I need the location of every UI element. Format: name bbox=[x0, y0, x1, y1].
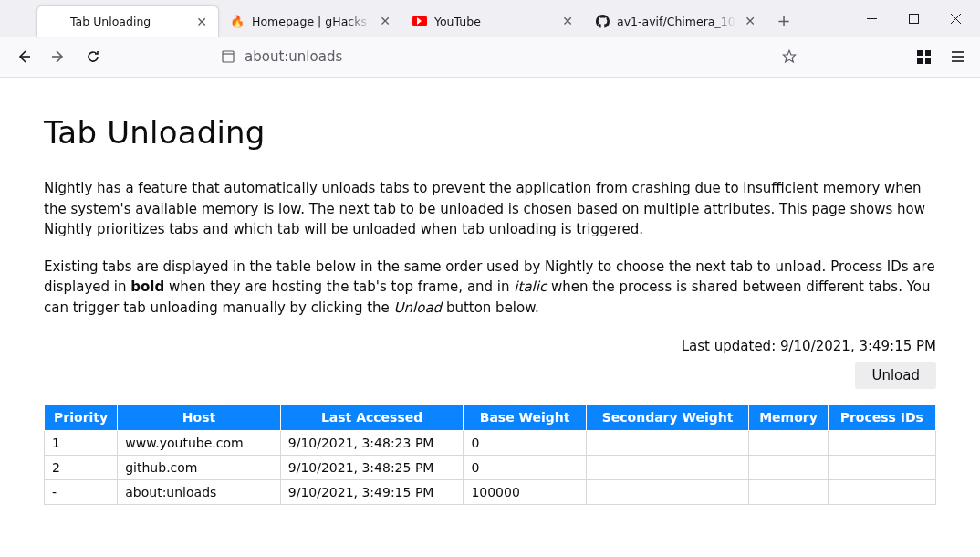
ghacks-icon: 🔥 bbox=[230, 14, 245, 28]
col-base-weight: Base Weight bbox=[464, 405, 586, 431]
tab-title: Homepage | gHacks Technology bbox=[252, 15, 370, 28]
new-tab-button[interactable]: + bbox=[770, 6, 798, 34]
tab-strip: Tab Unloading ✕ 🔥 Homepage | gHacks Tech… bbox=[0, 0, 980, 37]
minimize-button[interactable] bbox=[850, 4, 892, 33]
page-identity-icon[interactable] bbox=[221, 49, 235, 64]
reload-button[interactable] bbox=[78, 42, 108, 71]
cell-priority: - bbox=[45, 480, 118, 505]
close-icon[interactable]: ✕ bbox=[378, 14, 392, 28]
svg-rect-10 bbox=[925, 50, 931, 56]
svg-rect-6 bbox=[223, 51, 234, 62]
youtube-icon bbox=[412, 14, 427, 28]
tab-title: Tab Unloading bbox=[70, 15, 187, 28]
cell-process-ids bbox=[828, 431, 935, 456]
intro-paragraph-1: Nightly has a feature that automatically… bbox=[44, 178, 936, 240]
svg-rect-12 bbox=[925, 58, 931, 64]
close-icon[interactable]: ✕ bbox=[743, 14, 757, 28]
navigation-toolbar: about:unloads bbox=[0, 37, 980, 77]
url-bar[interactable]: about:unloads bbox=[214, 42, 805, 71]
bookmark-star-icon[interactable] bbox=[779, 47, 799, 67]
cell-base-weight: 100000 bbox=[464, 480, 586, 505]
cell-secondary-weight bbox=[586, 480, 749, 505]
cell-priority: 1 bbox=[45, 431, 118, 456]
page-title: Tab Unloading bbox=[44, 114, 936, 151]
document-icon bbox=[48, 15, 63, 29]
col-last-accessed: Last Accessed bbox=[280, 405, 464, 431]
close-icon[interactable]: ✕ bbox=[194, 15, 209, 29]
cell-process-ids bbox=[828, 456, 935, 480]
col-host: Host bbox=[118, 405, 281, 431]
svg-rect-9 bbox=[917, 50, 923, 56]
browser-tab[interactable]: YouTube ✕ bbox=[401, 5, 584, 37]
back-button[interactable] bbox=[9, 42, 38, 71]
cell-host: about:unloads bbox=[118, 480, 281, 505]
col-process-ids: Process IDs bbox=[828, 405, 935, 431]
col-secondary-weight: Secondary Weight bbox=[586, 405, 749, 431]
cell-memory bbox=[749, 480, 828, 505]
cell-priority: 2 bbox=[45, 456, 118, 480]
svg-marker-8 bbox=[783, 50, 795, 62]
cell-process-ids bbox=[828, 480, 935, 505]
table-row: 1www.youtube.com9/10/2021, 3:48:23 PM0 bbox=[45, 431, 936, 456]
browser-chrome: Tab Unloading ✕ 🔥 Homepage | gHacks Tech… bbox=[0, 0, 980, 78]
maximize-button[interactable] bbox=[892, 4, 934, 33]
browser-tab[interactable]: 🔥 Homepage | gHacks Technology ✕ bbox=[219, 5, 401, 37]
cell-memory bbox=[749, 431, 828, 456]
close-window-button[interactable] bbox=[934, 4, 976, 33]
cell-secondary-weight bbox=[586, 456, 749, 480]
hamburger-menu-icon[interactable] bbox=[945, 44, 971, 69]
browser-tab[interactable]: av1-avif/Chimera_10bit_cropped ✕ bbox=[584, 5, 766, 37]
cell-last-accessed: 9/10/2021, 3:49:15 PM bbox=[280, 480, 464, 505]
close-icon[interactable]: ✕ bbox=[560, 14, 575, 28]
table-row: -about:unloads9/10/2021, 3:49:15 PM10000… bbox=[45, 480, 936, 505]
cell-secondary-weight bbox=[586, 431, 749, 456]
table-header-row: Priority Host Last Accessed Base Weight … bbox=[45, 405, 936, 431]
table-body: 1www.youtube.com9/10/2021, 3:48:23 PM02g… bbox=[45, 431, 936, 505]
cell-last-accessed: 9/10/2021, 3:48:23 PM bbox=[280, 431, 464, 456]
tab-title: av1-avif/Chimera_10bit_cropped bbox=[617, 15, 735, 28]
svg-rect-1 bbox=[909, 14, 918, 23]
tab-title: YouTube bbox=[434, 15, 553, 28]
intro-paragraph-2: Existing tabs are displayed in the table… bbox=[44, 257, 936, 319]
svg-rect-11 bbox=[917, 58, 923, 64]
last-updated-text: Last updated: 9/10/2021, 3:49:15 PM bbox=[682, 338, 936, 354]
forward-button[interactable] bbox=[44, 42, 73, 71]
github-icon bbox=[595, 14, 610, 28]
cell-host: www.youtube.com bbox=[118, 431, 281, 456]
cell-host: github.com bbox=[118, 456, 281, 480]
tabs-table: Priority Host Last Accessed Base Weight … bbox=[44, 404, 936, 505]
cell-base-weight: 0 bbox=[464, 431, 586, 456]
window-controls bbox=[850, 4, 976, 33]
unload-button[interactable]: Unload bbox=[855, 362, 936, 389]
url-text: about:unloads bbox=[245, 48, 342, 65]
meta-row: Last updated: 9/10/2021, 3:49:15 PM Unlo… bbox=[44, 338, 936, 389]
table-row: 2github.com9/10/2021, 3:48:25 PM0 bbox=[45, 456, 936, 480]
page-content: Tab Unloading Nightly has a feature that… bbox=[0, 78, 980, 541]
cell-base-weight: 0 bbox=[464, 456, 586, 480]
col-priority: Priority bbox=[45, 405, 118, 431]
apps-icon[interactable] bbox=[911, 44, 936, 69]
cell-memory bbox=[749, 456, 828, 480]
cell-last-accessed: 9/10/2021, 3:48:25 PM bbox=[280, 456, 464, 480]
col-memory: Memory bbox=[749, 405, 828, 431]
browser-tab-active[interactable]: Tab Unloading ✕ bbox=[36, 5, 219, 37]
